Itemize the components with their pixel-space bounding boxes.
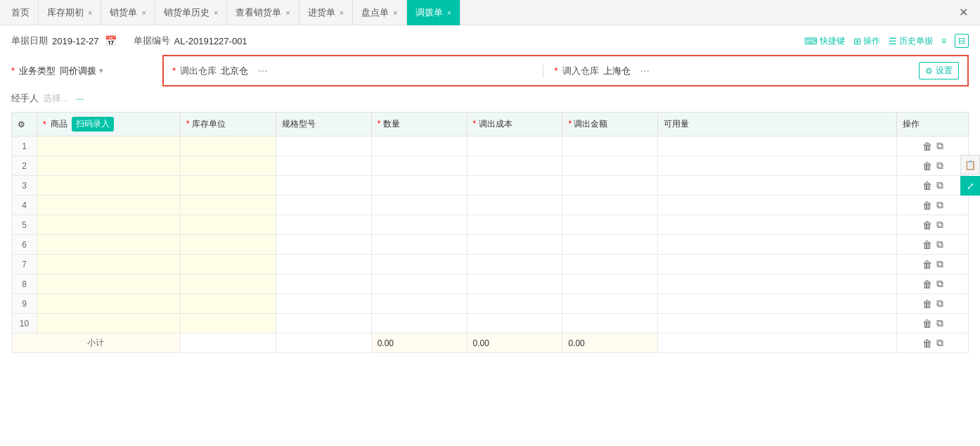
row-cost-2[interactable]	[467, 156, 562, 176]
scan-entry-button[interactable]: 扫码录入	[72, 117, 114, 132]
subtotal-delete-icon[interactable]: 🗑	[922, 338, 932, 349]
tab-purchase-close[interactable]: ×	[340, 8, 344, 17]
calendar-icon[interactable]: 📅	[105, 35, 117, 46]
th-settings[interactable]: ⚙	[12, 113, 37, 136]
row-product-1[interactable]	[37, 136, 181, 156]
row-product-3[interactable]	[37, 176, 181, 196]
row-amount-2[interactable]	[562, 156, 658, 176]
row-spec-6[interactable]	[276, 235, 371, 255]
row-unit-6[interactable]	[180, 235, 276, 255]
row-qty-5[interactable]	[371, 215, 467, 235]
row-delete-5[interactable]: 🗑	[922, 219, 932, 231]
row-delete-4[interactable]: 🗑	[922, 200, 932, 211]
row-copy-6[interactable]: ⧉	[936, 238, 943, 250]
row-unit-5[interactable]	[180, 215, 276, 235]
subtotal-copy-icon[interactable]: ⧉	[936, 337, 943, 349]
row-product-8[interactable]	[37, 274, 181, 294]
row-cost-3[interactable]	[467, 176, 562, 196]
biz-type-select[interactable]: 同价调拨 ▾	[60, 65, 144, 77]
tab-sales-history-close[interactable]: ×	[214, 8, 218, 17]
row-spec-8[interactable]	[276, 274, 371, 294]
row-amount-3[interactable]	[562, 176, 658, 196]
row-spec-1[interactable]	[276, 136, 371, 156]
row-copy-8[interactable]: ⧉	[936, 278, 943, 290]
row-amount-6[interactable]	[562, 235, 658, 255]
row-cost-6[interactable]	[467, 235, 562, 255]
row-delete-8[interactable]: 🗑	[922, 279, 932, 290]
row-unit-1[interactable]	[180, 136, 276, 156]
wh-out-more-icon[interactable]: ···	[258, 65, 267, 77]
row-amount-5[interactable]	[562, 215, 658, 235]
tab-transfer-close[interactable]: ×	[447, 8, 451, 17]
row-spec-7[interactable]	[276, 255, 371, 274]
row-product-10[interactable]	[37, 314, 181, 333]
tab-purchase[interactable]: 进货单 ×	[299, 0, 353, 25]
row-copy-9[interactable]: ⧉	[936, 298, 943, 310]
person-more-icon[interactable]: ···	[76, 93, 84, 104]
row-delete-9[interactable]: 🗑	[922, 298, 932, 310]
row-qty-6[interactable]	[371, 235, 467, 255]
row-spec-2[interactable]	[276, 156, 371, 176]
row-product-2[interactable]	[37, 156, 181, 176]
row-qty-7[interactable]	[371, 255, 467, 274]
tab-transfer[interactable]: 调拨单 ×	[407, 0, 460, 25]
row-unit-8[interactable]	[180, 274, 276, 294]
row-qty-2[interactable]	[371, 156, 467, 176]
row-copy-7[interactable]: ⧉	[936, 258, 943, 270]
row-cost-4[interactable]	[467, 196, 562, 215]
row-cost-8[interactable]	[467, 274, 562, 294]
row-copy-10[interactable]: ⧉	[936, 317, 943, 329]
tab-inventory-close[interactable]: ×	[393, 8, 397, 17]
row-delete-2[interactable]: 🗑	[922, 160, 932, 172]
row-unit-9[interactable]	[180, 294, 276, 314]
row-cost-9[interactable]	[467, 294, 562, 314]
row-cost-5[interactable]	[467, 215, 562, 235]
tab-sales-history[interactable]: 销货单历史 ×	[155, 0, 227, 25]
layout-btn2[interactable]: ⊟	[955, 34, 969, 48]
row-product-4[interactable]	[37, 196, 181, 215]
row-qty-4[interactable]	[371, 196, 467, 215]
row-unit-7[interactable]	[180, 255, 276, 274]
row-spec-9[interactable]	[276, 294, 371, 314]
row-copy-1[interactable]: ⧉	[936, 140, 943, 152]
row-unit-10[interactable]	[180, 314, 276, 333]
row-amount-4[interactable]	[562, 196, 658, 215]
row-amount-1[interactable]	[562, 136, 658, 156]
settings-button[interactable]: ⚙ 设置	[919, 62, 959, 79]
row-cost-1[interactable]	[467, 136, 562, 156]
row-delete-1[interactable]: 🗑	[922, 141, 932, 152]
row-cost-7[interactable]	[467, 255, 562, 274]
row-copy-2[interactable]: ⧉	[936, 160, 943, 172]
sidebar-expand-button[interactable]: ⤢	[960, 176, 980, 196]
row-amount-7[interactable]	[562, 255, 658, 274]
row-copy-4[interactable]: ⧉	[936, 199, 943, 211]
tab-home[interactable]: 首页	[6, 0, 39, 25]
tab-inventory-init[interactable]: 库存期初 ×	[39, 0, 101, 25]
row-delete-3[interactable]: 🗑	[922, 180, 932, 191]
actions-btn[interactable]: ⊞ 操作	[853, 35, 880, 47]
row-unit-3[interactable]	[180, 176, 276, 196]
row-product-5[interactable]	[37, 215, 181, 235]
row-spec-4[interactable]	[276, 196, 371, 215]
row-delete-10[interactable]: 🗑	[922, 318, 932, 329]
person-select[interactable]: 选择...	[43, 92, 69, 105]
row-qty-3[interactable]	[371, 176, 467, 196]
row-qty-10[interactable]	[371, 314, 467, 333]
layout-btn1[interactable]: ≡	[941, 36, 946, 46]
tab-view-sales-close[interactable]: ×	[285, 8, 290, 17]
tab-inventory[interactable]: 盘点单 ×	[353, 0, 406, 25]
tab-inventory-init-close[interactable]: ×	[88, 8, 92, 17]
row-delete-6[interactable]: 🗑	[922, 239, 932, 250]
row-copy-3[interactable]: ⧉	[936, 179, 943, 191]
row-amount-10[interactable]	[562, 314, 658, 333]
sidebar-doc-button[interactable]: 📋	[960, 155, 980, 174]
tab-sales-order[interactable]: 销货单 ×	[101, 0, 155, 25]
row-delete-7[interactable]: 🗑	[922, 259, 932, 270]
row-spec-10[interactable]	[276, 314, 371, 333]
window-close-button[interactable]: ✕	[952, 1, 974, 24]
tab-sales-order-close[interactable]: ×	[141, 8, 146, 17]
tab-view-sales[interactable]: 查看销货单 ×	[227, 0, 299, 25]
row-qty-9[interactable]	[371, 294, 467, 314]
row-unit-2[interactable]	[180, 156, 276, 176]
row-qty-8[interactable]	[371, 274, 467, 294]
